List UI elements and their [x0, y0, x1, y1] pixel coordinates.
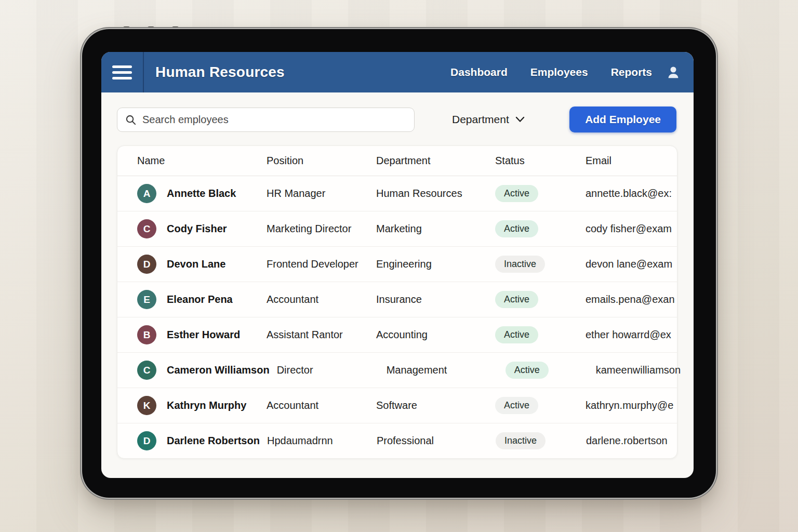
employee-position: Hpdaumadrnn [267, 435, 338, 446]
department-filter-label: Department [452, 113, 509, 126]
toolbar: Department Add Employee [117, 107, 676, 132]
search-icon [125, 114, 137, 126]
employee-position: HR Manager [267, 188, 330, 199]
employee-name: Eleanor Pena [167, 294, 240, 305]
menu-icon [112, 77, 132, 79]
avatar: B [137, 325, 156, 344]
status-badge: Active [495, 220, 538, 237]
name-cell: E Eleanor Pena [137, 290, 267, 309]
table-row[interactable]: D Devon Lane Frontend Developer Engineer… [117, 247, 677, 282]
table-row[interactable]: K Kathryn Murphy Accountant Software Act… [117, 388, 677, 423]
column-header-position: Position [267, 155, 376, 167]
employee-name: Kathryn Murphy [167, 400, 254, 411]
employee-name: Esther Howard [167, 329, 247, 341]
employee-name: Darlene Robertson [167, 435, 267, 447]
avatar: E [137, 290, 156, 309]
employee-department: Insurance [376, 294, 427, 305]
column-header-name: Name [137, 155, 267, 167]
name-cell: B Esther Howard [137, 325, 267, 344]
employee-name: Cody Fisher [167, 223, 234, 235]
employee-department: Human Resources [376, 188, 468, 199]
employee-position: Director [277, 364, 318, 376]
employee-email: ether howarrd@ex [586, 329, 671, 340]
status-badge: Active [495, 326, 538, 343]
name-cell: A Annette Black [137, 184, 267, 203]
employee-email: darlene.robertson [586, 435, 668, 446]
employee-department: Engineering [376, 258, 437, 270]
status-badge: Active [506, 362, 549, 379]
employee-name: Cameron Williamson [167, 364, 277, 376]
desk-background: Human Resources Dashboard Employees Repo… [0, 0, 798, 532]
employee-table: Name Position Department Status Email A … [117, 145, 677, 459]
employee-department: Software [376, 400, 422, 411]
employee-email: cody fisher@exam [586, 223, 672, 234]
employee-department: Accounting [376, 329, 433, 340]
employee-position: Assistant Rantor [267, 329, 348, 340]
employee-email: devon lane@exam [586, 258, 672, 270]
tablet-frame: Human Resources Dashboard Employees Repo… [82, 29, 716, 498]
employee-position: Accountant [267, 400, 324, 411]
status-badge: Active [495, 397, 538, 414]
employee-name: Devon Lane [167, 258, 233, 270]
user-profile-button[interactable] [666, 64, 681, 80]
table-row[interactable]: E Eleanor Pena Accountant Insurance Acti… [117, 282, 677, 317]
table-row[interactable]: D Darlene Robertson Hpdaumadrnn Professi… [117, 423, 677, 458]
avatar: K [137, 396, 156, 415]
avatar: C [137, 219, 156, 238]
top-nav: Dashboard Employees Reports [450, 66, 652, 78]
table-row[interactable]: C Cameron Williamson Director Management… [117, 353, 677, 388]
table-row[interactable]: B Esther Howard Assistant Rantor Account… [117, 317, 677, 353]
name-cell: C Cody Fisher [137, 219, 267, 238]
table-row[interactable]: C Cody Fisher Marketing Director Marketi… [117, 211, 677, 247]
app-screen: Human Resources Dashboard Employees Repo… [101, 52, 694, 478]
employee-email: annette.black@ex: [586, 188, 672, 199]
employee-department: Management [387, 364, 453, 376]
chevron-down-icon [515, 116, 525, 123]
status-badge: Inactive [495, 256, 545, 273]
avatar: D [137, 431, 156, 450]
employee-position: Frontend Developer [267, 258, 364, 270]
name-cell: D Darlene Robertson [137, 431, 267, 450]
employee-email: kathryn.murphy@e [586, 400, 673, 411]
employee-position: Marketing Director [267, 223, 356, 234]
employee-position: Accountant [267, 294, 324, 305]
menu-icon [112, 65, 132, 68]
menu-icon [112, 71, 132, 74]
nav-item-reports[interactable]: Reports [611, 66, 652, 78]
avatar: C [137, 361, 156, 380]
column-header-email: Email [586, 155, 677, 167]
status-badge: Active [495, 291, 538, 308]
status-badge: Inactive [496, 432, 546, 449]
name-cell: C Cameron Williamson [137, 361, 277, 380]
employee-table-body: A Annette Black HR Manager Human Resourc… [117, 176, 677, 458]
avatar: A [137, 184, 156, 203]
employee-department: Marketing [376, 223, 427, 234]
page-title: Human Resources [155, 64, 285, 81]
department-filter-dropdown[interactable]: Department [452, 113, 525, 126]
status-badge: Active [495, 185, 538, 202]
table-row[interactable]: A Annette Black HR Manager Human Resourc… [117, 176, 677, 211]
add-employee-button[interactable]: Add Employee [569, 107, 676, 132]
name-cell: K Kathryn Murphy [137, 396, 267, 415]
name-cell: D Devon Lane [137, 255, 267, 274]
employee-name: Annette Black [167, 188, 243, 200]
employee-department: Professional [377, 435, 439, 446]
nav-item-employees[interactable]: Employees [530, 66, 588, 78]
user-icon [666, 64, 681, 80]
app-header: Human Resources Dashboard Employees Repo… [101, 52, 694, 92]
search-box [117, 108, 415, 132]
search-input[interactable] [117, 108, 415, 132]
nav-item-dashboard[interactable]: Dashboard [450, 66, 508, 78]
employee-email: emails.pena@exan [586, 294, 675, 305]
column-header-department: Department [376, 155, 495, 167]
column-header-status: Status [495, 155, 586, 167]
employee-email: kameenwilliamson [596, 364, 681, 376]
avatar: D [137, 255, 156, 274]
hamburger-menu-button[interactable] [101, 52, 144, 92]
table-header-row: Name Position Department Status Email [117, 146, 677, 176]
